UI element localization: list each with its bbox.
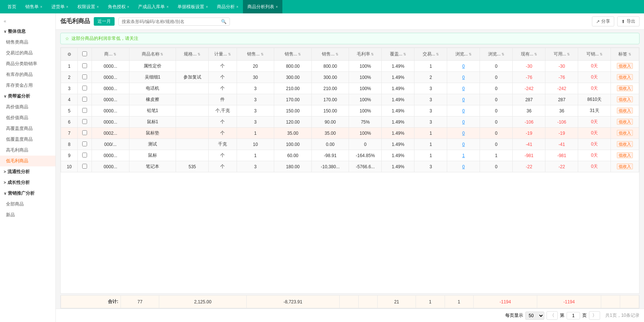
nav-close-icon[interactable]: × [97,5,99,9]
row-check[interactable] [78,72,92,83]
nav-item-产成品入库单[interactable]: 产成品入库单× [134,0,173,13]
browse1-link[interactable]: 0 [462,86,465,91]
nav-item-进货单[interactable]: 进货单× [47,0,73,13]
row-browse1[interactable]: 0 [447,139,480,150]
col-header-2[interactable]: 商... [92,48,129,61]
nav-close-icon[interactable]: × [166,5,169,9]
row-checkbox[interactable] [82,74,87,79]
col-header-15[interactable]: 可用... [545,48,578,61]
browse1-link[interactable]: 0 [462,131,465,136]
col-header-5[interactable]: 计量... [209,48,237,61]
row-checkbox[interactable] [82,130,87,135]
col-header-6[interactable]: 销售... [237,48,274,61]
row-check[interactable] [78,161,92,172]
sidebar-item-商品分类助销率[interactable]: 商品分类助销率 [0,58,55,69]
sidebar-section-类帮鉴分析[interactable]: ∨类帮鉴分析 [0,91,55,102]
time-filter-btn[interactable]: 近一月 [94,17,115,26]
col-header-16[interactable]: 可销... [578,48,611,61]
nav-close-icon[interactable]: × [276,5,278,9]
nav-item-角色授权[interactable]: 角色授权× [103,0,134,13]
sidebar-section-流通性分析[interactable]: >流通性分析 [0,166,55,177]
row-browse1[interactable]: 0 [447,105,480,117]
col-header-13[interactable]: 浏览... [480,48,513,61]
nav-close-icon[interactable]: × [206,5,208,9]
col-header-3[interactable]: 商品名称 [129,48,176,61]
browse1-link[interactable]: 0 [462,75,465,80]
sidebar-item-交易过的商品[interactable]: 交易过的商品 [0,48,55,58]
browse1-link[interactable]: 0 [462,108,465,114]
export-btn[interactable]: ⬆ 导出 [617,16,640,26]
row-checkbox[interactable] [82,164,87,169]
select-all-checkbox[interactable] [82,51,87,56]
row-check[interactable] [78,150,92,161]
col-header-12[interactable]: 浏览... [447,48,480,61]
share-btn[interactable]: ↗ 分享 [592,16,614,26]
row-checkbox[interactable] [82,108,87,113]
sidebar-item-低价值商品[interactable]: 低价值商品 [0,112,55,123]
nav-item-权限设置[interactable]: 权限设置× [73,0,103,13]
row-browse1[interactable]: 0 [447,83,480,94]
col-header-17[interactable]: 标签 [611,48,639,61]
row-browse1[interactable]: 1 [447,150,480,161]
col-header-8[interactable]: 销售... [311,48,349,61]
sidebar-collapse-btn[interactable]: « [0,16,55,26]
prev-page-btn[interactable]: 〈 [547,311,558,320]
row-check[interactable] [78,117,92,128]
browse1-link[interactable]: 0 [462,97,465,102]
row-checkbox[interactable] [82,97,87,102]
search-input[interactable] [122,19,221,24]
nav-item-首页[interactable]: 首页 [3,0,21,13]
sidebar-item-有库存的商品[interactable]: 有库存的商品 [0,69,55,80]
sidebar-section-整体信息[interactable]: ∨整体信息 [0,26,55,37]
nav-item-商品分析列表[interactable]: 商品分析列表× [243,0,282,13]
row-check[interactable] [78,61,92,72]
browse1-link[interactable]: 0 [462,164,465,169]
sidebar-item-低毛利商品[interactable]: 低毛利商品 [0,156,55,166]
col-header-11[interactable]: 交易... [414,48,447,61]
row-check[interactable] [78,139,92,150]
sidebar-section-营销推广分析[interactable]: ∨营销推广分析 [0,188,55,199]
row-check[interactable] [78,94,92,105]
row-checkbox[interactable] [82,119,87,124]
browse1-link[interactable]: 0 [462,64,465,69]
page-number-input[interactable] [567,312,580,319]
row-checkbox[interactable] [82,86,87,90]
row-check[interactable] [78,83,92,94]
sidebar-item-新品[interactable]: 新品 [0,210,55,220]
sidebar-section-成长性分析[interactable]: >成长性分析 [0,177,55,188]
col-header-7[interactable]: 销售... [274,48,312,61]
sidebar-item-全部商品[interactable]: 全部商品 [0,199,55,210]
row-checkbox[interactable] [82,63,87,68]
row-browse1[interactable]: 0 [447,128,480,139]
page-size-select[interactable]: 50 100 200 [525,312,544,320]
browse1-link[interactable]: 0 [462,119,465,125]
next-page-btn[interactable]: 〉 [589,311,600,320]
nav-item-销售单[interactable]: 销售单× [21,0,47,13]
nav-close-icon[interactable]: × [66,5,68,9]
sidebar-item-低覆盖度商品[interactable]: 低覆盖度商品 [0,134,55,145]
nav-close-icon[interactable]: × [40,5,42,9]
row-browse1[interactable]: 0 [447,61,480,72]
row-browse1[interactable]: 0 [447,161,480,172]
sidebar-item-高覆盖度商品[interactable]: 高覆盖度商品 [0,123,55,134]
row-browse1[interactable]: 0 [447,117,480,128]
row-checkbox[interactable] [82,153,87,157]
sidebar-item-高毛利商品[interactable]: 高毛利商品 [0,145,55,156]
settings-icon[interactable]: ⚙ [67,52,71,57]
col-header-1[interactable] [78,48,92,61]
col-header-0[interactable]: ⚙ [61,48,78,61]
nav-item-商品分析[interactable]: 商品分析× [212,0,243,13]
row-browse1[interactable]: 0 [447,94,480,105]
col-header-10[interactable]: 覆盖... [382,48,414,61]
sidebar-item-销售类商品[interactable]: 销售类商品 [0,37,55,48]
browse1-link[interactable]: 0 [462,142,465,147]
sidebar-item-库存资金占用[interactable]: 库存资金占用 [0,80,55,91]
col-header-14[interactable]: 现有... [513,48,545,61]
row-checkbox[interactable] [82,141,87,146]
browse1-link[interactable]: 1 [462,153,465,158]
nav-close-icon[interactable]: × [127,5,129,9]
nav-close-icon[interactable]: × [236,5,238,9]
col-header-4[interactable]: 规格... [176,48,209,61]
nav-item-单据模板设置[interactable]: 单据模板设置× [173,0,212,13]
sidebar-item-高价值商品[interactable]: 高价值商品 [0,102,55,112]
